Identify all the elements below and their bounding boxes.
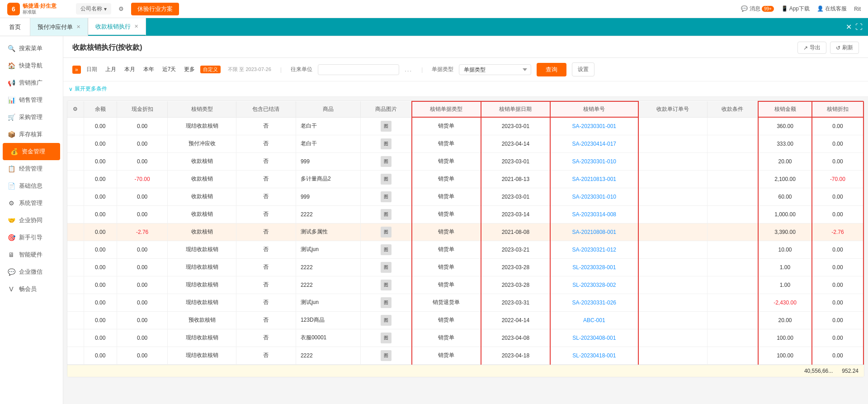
date-last-month[interactable]: 上月 xyxy=(103,65,119,74)
sidebar-item-operations[interactable]: 📋 经营管理 xyxy=(0,160,63,177)
app-download[interactable]: 📱 App下载 xyxy=(781,5,810,13)
cell-writeoff-doc-type: 销货单 xyxy=(412,311,481,329)
cell-row-settings xyxy=(67,329,84,347)
cell-receipt-condition xyxy=(707,347,758,364)
chevron-down-icon: ▾ xyxy=(104,6,107,12)
sidebar-item-label-sales: 销售管理 xyxy=(19,96,42,104)
sidebar-item-system[interactable]: ⚙ 系统管理 xyxy=(0,195,63,212)
cell-receipt-order-no xyxy=(638,170,707,188)
sidebar-item-hardware[interactable]: 🖥 智能硬件 xyxy=(0,246,63,263)
collab-icon: 🤝 xyxy=(7,216,15,224)
sidebar-item-wechat[interactable]: 💬 企业微信 xyxy=(0,263,63,280)
cell-balance: 0.00 xyxy=(84,311,117,329)
writeoff-doc-no-link[interactable]: SA-20210813-001 xyxy=(572,176,616,182)
cell-writeoff-doc-no: SL-20230408-001 xyxy=(550,329,638,347)
sidebar-item-marketing[interactable]: 📢 营销推广 xyxy=(0,74,63,91)
message-icon[interactable]: 💬 消息 99+ xyxy=(741,5,774,13)
tab-writeoff[interactable]: 收款核销执行 ✕ xyxy=(88,18,146,36)
cell-writeoff-type: 现结收款核销 xyxy=(168,294,236,311)
cell-writeoff-doc-type: 销货单 xyxy=(412,188,481,205)
cell-writeoff-doc-date: 2022-04-14 xyxy=(481,311,550,329)
tab-home[interactable]: 首页 xyxy=(0,18,30,36)
cell-include-cleared: 否 xyxy=(236,311,296,329)
writeoff-doc-no-link[interactable]: SA-20210808-001 xyxy=(572,229,616,235)
expand-arrow-icon[interactable]: » xyxy=(72,66,81,74)
finance-icon: 💰 xyxy=(10,147,18,156)
cell-writeoff-doc-type: 销货单 xyxy=(412,152,481,170)
writeoff-doc-no-link[interactable]: SL-20230408-001 xyxy=(572,335,616,341)
writeoff-doc-no-link[interactable]: ABC-001 xyxy=(583,317,605,323)
date-filter: 上月 本月 本年 近7天 更多 自定义 xyxy=(103,65,221,74)
cell-balance: 0.00 xyxy=(84,223,117,241)
query-btn[interactable]: 查询 xyxy=(537,63,566,76)
counterparty-input[interactable] xyxy=(318,64,399,75)
sidebar-item-finance[interactable]: 💰 资金管理 xyxy=(3,143,60,160)
sidebar-item-label-finance: 资金管理 xyxy=(22,147,45,156)
writeoff-doc-no-link[interactable]: SA-20230321-012 xyxy=(572,247,616,253)
tab-writeoff-close[interactable]: ✕ xyxy=(134,24,138,29)
table-row: 0.00 0.00 现结收款核销 否 测试jun 图 销货单 2023-03-2… xyxy=(67,241,863,258)
sidebar-item-search[interactable]: 🔍 搜索菜单 xyxy=(0,40,63,57)
writeoff-doc-no-link[interactable]: SA-20230301-001 xyxy=(572,123,616,129)
cell-writeoff-doc-date: 2023-04-14 xyxy=(481,135,550,152)
tab-prepay-close[interactable]: ✕ xyxy=(76,24,80,30)
tab-expand-icon[interactable]: ⛶ xyxy=(855,23,863,31)
writeoff-doc-no-link[interactable]: SL-20230418-001 xyxy=(572,352,616,359)
sidebar-item-member[interactable]: V 畅会员 xyxy=(0,280,63,298)
expand-more-btn[interactable]: ∨ 展开更多条件 xyxy=(63,83,868,95)
cell-goods-image: 图 xyxy=(360,135,411,152)
sidebar-item-basic[interactable]: 📄 基础信息 xyxy=(0,177,63,195)
expand-more-bar: ∨ 展开更多条件 xyxy=(63,81,868,97)
writeoff-doc-no-link[interactable]: SL-20230328-001 xyxy=(572,264,616,271)
sidebar-item-inventory[interactable]: 📦 库存核算 xyxy=(0,126,63,143)
sidebar-item-label-hardware: 智能硬件 xyxy=(19,251,42,259)
sidebar-item-guide[interactable]: 🎯 新手引导 xyxy=(0,229,63,246)
cell-goods: 老白干 xyxy=(296,135,360,152)
cell-writeoff-type: 收款核销 xyxy=(168,188,236,205)
cell-receipt-condition xyxy=(707,135,758,152)
tab-writeoff-label: 收款核销执行 xyxy=(95,23,131,31)
sidebar-item-sales[interactable]: 📊 销售管理 xyxy=(0,91,63,109)
col-balance: 余额 xyxy=(84,101,117,117)
table-scroll[interactable]: ⚙ 余额 现金折扣 核销类型 包含已结清 商品 商品图片 核销单据类型 核销单据… xyxy=(67,101,864,365)
online-service[interactable]: 👤 在线客服 xyxy=(817,5,847,13)
header-actions: ↗ 导出 ↺ 刷新 xyxy=(797,42,859,54)
sidebar-item-purchase[interactable]: 🛒 采购管理 xyxy=(0,109,63,126)
col-writeoff-doc-type: 核销单据类型 xyxy=(412,101,481,117)
date-7days[interactable]: 近7天 xyxy=(160,65,179,74)
writeoff-doc-no-link[interactable]: SA-20230414-017 xyxy=(572,141,616,147)
cell-writeoff-doc-type: 销货单 xyxy=(412,135,481,152)
cell-include-cleared: 否 xyxy=(236,276,296,294)
date-custom-btn[interactable]: 自定义 xyxy=(200,66,221,73)
filter-divider2: | xyxy=(421,66,423,73)
settings-icon[interactable]: ⚙ xyxy=(115,3,127,15)
writeoff-doc-no-link[interactable]: SA-20230331-026 xyxy=(572,299,616,306)
refresh-btn[interactable]: ↺ 刷新 xyxy=(830,42,859,54)
date-more[interactable]: 更多 xyxy=(181,65,198,74)
sidebar-item-nav[interactable]: 🏠 快捷导航 xyxy=(0,57,63,74)
sidebar-item-label-collab: 企业协同 xyxy=(19,216,42,224)
tab-prepay[interactable]: 预付冲应付单 ✕ xyxy=(30,18,88,36)
writeoff-doc-no-link[interactable]: SL-20230328-002 xyxy=(572,282,616,288)
cell-receipt-order-no xyxy=(638,205,707,223)
writeoff-doc-no-link[interactable]: SA-20230314-008 xyxy=(572,211,616,218)
company-selector[interactable]: 公司名称 ▾ xyxy=(76,3,111,14)
cell-include-cleared: 否 xyxy=(236,188,296,205)
tab-close-icon[interactable]: ✕ xyxy=(846,23,852,31)
user-label: Rit xyxy=(854,6,861,12)
cell-writeoff-discount: 0.00 xyxy=(812,152,863,170)
cell-goods-image: 图 xyxy=(360,188,411,205)
sidebar-item-collab[interactable]: 🤝 企业协同 xyxy=(0,212,63,229)
date-this-month[interactable]: 本月 xyxy=(122,65,138,74)
cell-writeoff-type: 收款核销 xyxy=(168,152,236,170)
col-cash-discount: 现金折扣 xyxy=(117,101,167,117)
receipt-type-select[interactable]: 单据类型 xyxy=(459,64,531,75)
export-btn[interactable]: ↗ 导出 xyxy=(797,42,826,54)
cell-cash-discount: 0.00 xyxy=(117,258,167,276)
date-this-year[interactable]: 本年 xyxy=(141,65,157,74)
writeoff-doc-no-link[interactable]: SA-20230301-010 xyxy=(572,158,616,165)
main-table: ⚙ 余额 现金折扣 核销类型 包含已结清 商品 商品图片 核销单据类型 核销单据… xyxy=(67,101,864,365)
writeoff-doc-no-link[interactable]: SA-20230301-010 xyxy=(572,194,616,200)
industry-btn[interactable]: 休验行业方案 xyxy=(131,3,179,15)
settings-btn[interactable]: 设置 xyxy=(572,62,594,76)
